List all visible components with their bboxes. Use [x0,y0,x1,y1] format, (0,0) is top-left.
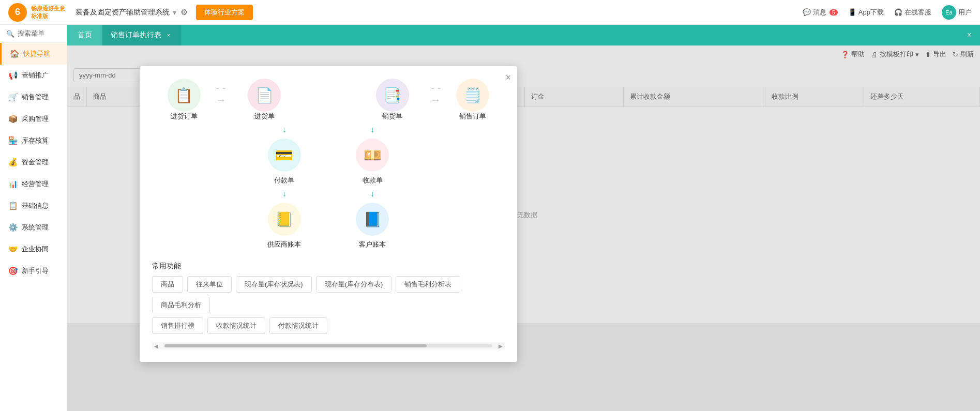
spacer-1 [152,125,240,134]
purchase-bill-icon: 📄 [255,87,274,104]
modal-overlay: × 📋 进货订单 [67,45,980,411]
sidebar-item-operations[interactable]: 📊 经营管理 [0,173,67,195]
content-area: 首页 销售订单执行表 × × ❓ 帮助 [67,25,980,411]
func-btn-payment-stats[interactable]: 付款情况统计 [269,317,327,334]
tab-close-icon[interactable]: × [164,31,173,39]
receipt-label: 收款单 [363,176,383,185]
down-arrow-receipt: ↓ [328,125,417,134]
flow-node-purchase-bill: 📄 进货单 [233,79,297,121]
horizontal-scrollbar[interactable]: ◀ ▶ [152,342,505,349]
search-icon: 🔍 [6,30,14,38]
arrow-left-1: - - → [424,82,441,117]
logo-icon: 6 [8,3,27,22]
sidebar: 🔍 搜索菜单 🏠 快捷导航 📢 营销推广 🛒 销售管理 📦 采购管理 🏪 [0,25,67,411]
flow-top-row: 📋 进货订单 - - → 📄 [152,79,505,121]
flow-node-sales-bill: 📑 销货单 [360,79,425,121]
sidebar-item-sales[interactable]: 🛒 销售管理 [0,86,67,108]
func-btn-stock-dist[interactable]: 现存量(库存分布表) [316,276,392,293]
flow-bot-row: 📒 供应商账本 📘 客户账本 [152,203,505,249]
flow-node-sales-order: 🗒️ 销售订单 [441,79,505,121]
supplier-ledger-label: 供应商账本 [267,240,301,249]
avatar: Ea [942,5,956,20]
tab-sales-order[interactable]: 销售订单执行表 × [102,25,181,45]
tab-bar-close-icon[interactable]: × [959,31,980,40]
trial-button[interactable]: 体验行业方案 [196,5,253,20]
scroll-right-arrow[interactable]: ▶ [496,343,505,349]
settings-icon[interactable]: ⚙ [180,7,188,17]
func-buttons-row1: 商品 往来单位 现存量(库存状况表) 现存量(库存分布表) 销售毛利分析表 商品… [152,276,505,313]
marketing-icon: 📢 [8,71,18,80]
quick-nav-modal: × 📋 进货订单 [140,66,517,362]
purchase-order-circle[interactable]: 📋 [168,79,201,112]
sidebar-item-marketing[interactable]: 📢 营销推广 [0,65,67,86]
enterprise-icon: 🤝 [8,245,18,254]
down-arrow-payment: ↓ [240,125,329,134]
sales-bill-icon: 📑 [383,87,401,104]
modal-close-button[interactable]: × [505,72,511,83]
purchase-bill-label: 进货单 [254,112,275,121]
top-right: 💬 消息 5 📱 App下载 🎧 在线客服 Ea 用户 [803,5,972,20]
sales-icon: 🛒 [8,93,18,102]
top-bar: 6 畅康通好生意 标准版 装备及固定资产辅助管理系统 ▾ ⚙ 体验行业方案 💬 … [0,0,980,25]
sidebar-item-basic-info[interactable]: 📋 基础信息 [0,195,67,217]
func-btn-sales-profit[interactable]: 销售毛利分析表 [396,276,460,293]
func-btn-stock-status[interactable]: 现存量(库存状况表) [236,276,312,293]
sidebar-item-newbie[interactable]: 🎯 新手引导 [0,260,67,282]
purchase-icon: 📦 [8,114,18,124]
supplier-ledger-icon: 📒 [275,211,293,228]
scroll-left-arrow[interactable]: ◀ [152,343,160,349]
app-container: 6 畅康通好生意 标准版 装备及固定资产辅助管理系统 ▾ ⚙ 体验行业方案 💬 … [0,0,980,411]
message-button[interactable]: 💬 消息 5 [803,8,838,17]
sidebar-item-system[interactable]: ⚙️ 系统管理 [0,217,67,238]
message-icon: 💬 [803,8,811,16]
arrow-spacer [296,94,360,105]
spacer-6 [417,189,505,199]
flow-node-customer-ledger: 📘 客户账本 [328,203,417,249]
func-btn-receipt-stats[interactable]: 收款情况统计 [207,317,265,334]
customer-ledger-circle[interactable]: 📘 [356,203,389,236]
func-btn-product-profit[interactable]: 商品毛利分析 [152,297,210,313]
sales-order-label: 销售订单 [459,112,486,121]
down-arrow-supplier: ↓ [240,189,329,199]
online-service-button[interactable]: 🎧 在线客服 [894,8,931,17]
inventory-icon: 🏪 [8,136,18,145]
arrow-down-row-1: ↓ ↓ [152,125,505,134]
func-buttons-row2: 销售排行榜 收款情况统计 付款情况统计 [152,317,505,334]
flow-mid-row: 💳 付款单 💴 收款单 [152,139,505,185]
app-download-button[interactable]: 📱 App下载 [848,8,884,17]
sidebar-item-purchase[interactable]: 📦 采购管理 [0,108,67,130]
purchase-bill-circle[interactable]: 📄 [248,79,281,112]
search-menu[interactable]: 🔍 搜索菜单 [0,25,67,43]
dropdown-icon[interactable]: ▾ [173,8,176,17]
payment-circle[interactable]: 💳 [268,139,301,172]
spacer-2 [417,125,505,134]
sidebar-item-inventory[interactable]: 🏪 库存核算 [0,130,67,151]
sidebar-item-enterprise[interactable]: 🤝 企业协同 [0,238,67,260]
receipt-circle[interactable]: 💴 [356,139,389,172]
sidebar-item-quick-nav[interactable]: 🏠 快捷导航 [0,43,67,65]
newbie-icon: 🎯 [8,266,18,276]
payment-icon: 💳 [275,147,293,164]
func-btn-partner[interactable]: 往来单位 [187,276,232,293]
sales-order-circle[interactable]: 🗒️ [456,79,489,112]
flow-node-supplier-ledger: 📒 供应商账本 [240,203,329,249]
sales-order-icon: 🗒️ [464,87,482,104]
func-btn-product[interactable]: 商品 [152,276,183,293]
flow-node-purchase-order: 📋 进货订单 [152,79,216,121]
flow-node-payment: 💳 付款单 [240,139,329,185]
user-menu[interactable]: Ea 用户 [942,5,972,20]
system-icon: ⚙️ [8,223,18,232]
sales-bill-circle[interactable]: 📑 [376,79,409,112]
tab-bar: 首页 销售订单执行表 × × [67,25,980,45]
func-btn-sales-rank[interactable]: 销售排行榜 [152,317,203,334]
sidebar-item-finance[interactable]: 💰 资金管理 [0,151,67,173]
common-functions: 常用功能 商品 往来单位 现存量(库存状况表) 现存量(库存分布表) 销售毛利分… [152,262,505,334]
operations-icon: 📊 [8,179,18,189]
download-icon: 📱 [848,8,856,16]
home-icon: 🏠 [10,49,19,58]
main-area: 🔍 搜索菜单 🏠 快捷导航 📢 营销推广 🛒 销售管理 📦 采购管理 🏪 [0,25,980,411]
logo-area: 6 畅康通好生意 标准版 [8,3,76,22]
supplier-ledger-circle[interactable]: 📒 [268,203,301,236]
tab-home[interactable]: 首页 [67,25,102,45]
basic-info-icon: 📋 [8,201,18,210]
